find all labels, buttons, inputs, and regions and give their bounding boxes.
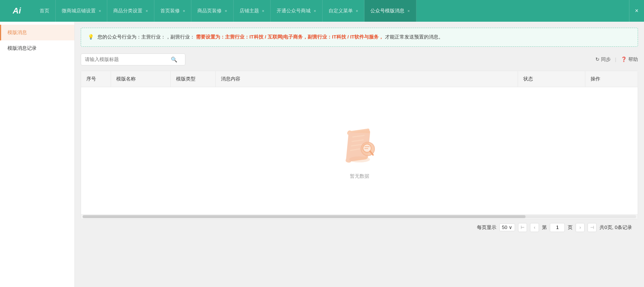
- table-body: 暂无数据: [81, 87, 638, 214]
- scrollbar-track[interactable]: [83, 215, 636, 218]
- search-input-wrap[interactable]: 🔍: [81, 54, 185, 65]
- main-container: 模版消息模版消息记录 💡 您的公众号行业为：主营行业：，副营行业： 需要设置为：…: [0, 22, 644, 287]
- app-logo: Ai: [0, 0, 34, 22]
- topbar-tab-0[interactable]: 首页: [34, 0, 56, 22]
- notice-text-suffix: 才能正常发送预置的消息。: [385, 34, 443, 40]
- topbar-tab-label-2: 商品分类设置: [113, 7, 142, 14]
- close-all-button[interactable]: ×: [629, 0, 644, 22]
- topbar-tab-close-4[interactable]: ×: [225, 9, 227, 13]
- total-records: 共0页, 0条记录: [600, 224, 632, 231]
- search-icon[interactable]: 🔍: [171, 57, 177, 62]
- table-header-2: 模版类型: [171, 71, 216, 87]
- search-bar: 🔍 ↻ 同步 | ❓ 帮助: [81, 54, 638, 65]
- topbar-tab-close-7[interactable]: ×: [356, 9, 358, 13]
- divider: |: [615, 57, 616, 62]
- topbar-tab-2[interactable]: 商品分类设置×: [107, 0, 154, 22]
- table-header-0: 序号: [81, 71, 111, 87]
- bulb-icon: 💡: [88, 34, 94, 40]
- pagination: 每页显示 50 ∨ ⊢ ‹ 第 页 › ⊣ 共0页, 0条记录: [81, 219, 638, 236]
- first-page-button[interactable]: ⊢: [518, 223, 527, 232]
- topbar-tab-7[interactable]: 自定义菜单×: [323, 0, 364, 22]
- page-size-select[interactable]: 50 ∨: [499, 223, 515, 231]
- topbar-tabs: 首页微商城店铺设置×商品分类设置×首页装修×商品页装修×店铺主题×开通公众号商城…: [34, 0, 629, 22]
- sidebar-item-0[interactable]: 模版消息: [0, 25, 74, 40]
- table-header-3: 消息内容: [216, 71, 518, 87]
- table-header-1: 模版名称: [111, 71, 171, 87]
- search-actions: ↻ 同步 | ❓ 帮助: [595, 56, 638, 63]
- empty-illustration: [337, 122, 382, 167]
- topbar-tab-8[interactable]: 公众号模版消息×: [364, 0, 416, 22]
- search-input[interactable]: [85, 57, 171, 62]
- notice-box: 💡 您的公众号行业为：主营行业：，副营行业： 需要设置为：主营行业：IT科技 /…: [81, 28, 638, 47]
- topbar-tab-4[interactable]: 商品页装修×: [191, 0, 233, 22]
- topbar-tab-label-5: 店铺主题: [240, 7, 259, 14]
- table-header: 序号模版名称模版类型消息内容状态操作: [81, 71, 638, 87]
- topbar-tab-label-1: 微商城店铺设置: [62, 7, 96, 14]
- page-size-label: 每页显示: [477, 224, 496, 231]
- empty-text: 暂无数据: [350, 173, 369, 180]
- scrollbar-thumb[interactable]: [83, 215, 526, 218]
- topbar-tab-close-3[interactable]: ×: [183, 9, 185, 13]
- topbar-tab-label-8: 公众号模版消息: [370, 7, 404, 14]
- sync-label: 同步: [601, 56, 611, 63]
- last-page-button[interactable]: ⊣: [588, 223, 597, 232]
- help-label: 帮助: [628, 56, 638, 63]
- sync-button[interactable]: ↻ 同步: [595, 56, 611, 63]
- table-header-5: 操作: [585, 71, 638, 87]
- topbar-tab-close-1[interactable]: ×: [99, 9, 101, 13]
- content-area: 💡 您的公众号行业为：主营行业：，副营行业： 需要设置为：主营行业：IT科技 /…: [75, 22, 644, 287]
- topbar-tab-close-5[interactable]: ×: [262, 9, 264, 13]
- prev-page-button[interactable]: ‹: [530, 223, 539, 232]
- page-size-value: 50: [502, 225, 507, 230]
- sidebar-item-1[interactable]: 模版消息记录: [0, 40, 74, 56]
- notice-text-prefix: 您的公众号行业为：主营行业：，副营行业：: [98, 34, 195, 40]
- topbar-tab-label-3: 首页装修: [160, 7, 180, 14]
- topbar-tab-label-6: 开通公众号商城: [277, 7, 311, 14]
- table-header-4: 状态: [518, 71, 585, 87]
- help-icon: ❓: [621, 57, 627, 62]
- help-button[interactable]: ❓ 帮助: [621, 56, 638, 63]
- topbar-tab-close-2[interactable]: ×: [145, 9, 148, 13]
- sidebar: 模版消息模版消息记录: [0, 22, 75, 287]
- scrollbar-row[interactable]: [81, 214, 638, 219]
- topbar-tab-6[interactable]: 开通公众号商城×: [271, 0, 322, 22]
- next-page-button[interactable]: ›: [576, 223, 585, 232]
- topbar-tab-close-8[interactable]: ×: [407, 9, 410, 13]
- topbar-tab-label-0: 首页: [40, 7, 49, 14]
- dropdown-icon: ∨: [509, 225, 512, 230]
- topbar-tab-label-4: 商品页装修: [197, 7, 222, 14]
- notice-highlight: 需要设置为：主营行业：IT科技 / 互联网|电子商务，副营行业：IT科技 / I…: [196, 34, 383, 40]
- topbar-tab-label-7: 自定义菜单: [329, 7, 353, 14]
- topbar-tab-3[interactable]: 首页装修×: [154, 0, 191, 22]
- page-prefix: 第: [542, 224, 547, 231]
- topbar-tab-1[interactable]: 微商城店铺设置×: [56, 0, 107, 22]
- topbar-tab-5[interactable]: 店铺主题×: [234, 0, 271, 22]
- data-table: 序号模版名称模版类型消息内容状态操作: [81, 71, 638, 219]
- page-suffix: 页: [568, 224, 573, 231]
- topbar: Ai 首页微商城店铺设置×商品分类设置×首页装修×商品页装修×店铺主题×开通公众…: [0, 0, 644, 22]
- sync-icon: ↻: [595, 57, 600, 62]
- topbar-tab-close-6[interactable]: ×: [314, 9, 316, 13]
- page-number-input[interactable]: [550, 223, 565, 232]
- empty-state: 暂无数据: [337, 107, 382, 195]
